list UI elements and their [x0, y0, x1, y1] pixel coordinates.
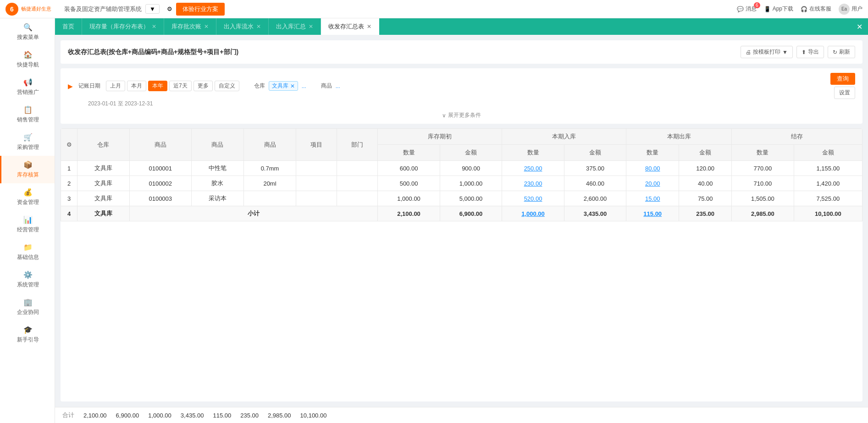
tab-inout-flow-close[interactable]: ✕: [256, 23, 261, 30]
filter-expand-arrow[interactable]: ▶: [68, 82, 73, 90]
chart-icon: 📊: [23, 215, 33, 224]
date-btn-this-year[interactable]: 本年: [148, 81, 167, 91]
search-icon: 🔍: [23, 23, 33, 32]
tab-batch-accounts[interactable]: 库存批次账 ✕: [164, 18, 216, 35]
sidebar-item-inventory-label: 库存核算: [17, 171, 39, 179]
product-more[interactable]: ...: [336, 83, 340, 89]
expand-more-btn[interactable]: ∨ 展开更多条件: [68, 111, 855, 119]
row1-spec: 0.7mm: [243, 161, 296, 176]
sidebar-item-finance-label: 资金管理: [17, 198, 39, 206]
system-title: 装备及固定资产辅助管理系统: [64, 5, 142, 13]
sidebar-item-basic-info-label: 基础信息: [17, 253, 39, 261]
table-row: 2 文具库 0100002 胶水 20ml 500.00 1,000.00 23…: [61, 176, 862, 191]
row3-out-qty[interactable]: 15.00: [626, 191, 679, 206]
table-row: 3 文具库 0100003 采访本 1,000.00 5,000.00 520.…: [61, 191, 862, 206]
tab-inout-summary-close[interactable]: ✕: [309, 23, 313, 30]
row2-in-qty[interactable]: 230.00: [502, 176, 564, 191]
sidebar-item-inventory[interactable]: 📦 库存核算: [0, 156, 55, 183]
subtotal-out-qty[interactable]: 115.00: [626, 206, 679, 221]
row1-name: 中性笔: [192, 161, 244, 176]
sidebar-item-search[interactable]: 🔍 搜索菜单: [0, 18, 55, 46]
row2-warehouse: 文具库: [77, 176, 130, 191]
sidebar-item-sales[interactable]: 📋 销售管理: [0, 101, 55, 128]
sidebar-item-system[interactable]: ⚙️ 系统管理: [0, 266, 55, 293]
th-balance: 结存: [732, 129, 862, 145]
filter-row-main: ▶ 记账日期 上月 本月 本年 近7天 更多 自定义 仓库 文具库: [68, 73, 855, 99]
footer-out-amt: 235.00: [240, 412, 259, 419]
online-service-label: 在线客服: [809, 5, 831, 13]
th-product-name: 商品: [192, 129, 244, 161]
home-icon: 🏠: [23, 50, 33, 59]
sidebar-item-guide-label: 新手引导: [17, 336, 39, 344]
sidebar-item-sales-label: 销售管理: [17, 116, 39, 124]
row2-open-qty: 500.00: [378, 176, 440, 191]
top-bar-right: 💬 消息 6 📱 App下载 🎧 在线客服 Ea 用户: [737, 4, 862, 15]
warehouse-more[interactable]: ...: [302, 83, 306, 89]
refresh-label: 刷新: [839, 48, 850, 56]
tab-bar-close-all[interactable]: ✕: [851, 22, 868, 31]
print-btn[interactable]: 🖨 按模板打印 ▼: [741, 46, 793, 58]
system-dropdown[interactable]: ▼: [145, 4, 160, 14]
row2-out-qty[interactable]: 20.00: [626, 176, 679, 191]
experience-btn[interactable]: 体验行业方案: [176, 3, 225, 16]
row3-in-qty[interactable]: 520.00: [502, 191, 564, 206]
sidebar-item-finance[interactable]: 💰 资金管理: [0, 183, 55, 211]
tab-stock-distribution-close[interactable]: ✕: [152, 23, 156, 30]
th-out-qty: 数量: [626, 145, 679, 161]
sidebar-item-operations[interactable]: 📊 经营管理: [0, 211, 55, 238]
subtotal-no: 4: [61, 206, 77, 221]
footer-label: 合计: [62, 411, 74, 419]
refresh-btn[interactable]: ↻ 刷新: [828, 46, 855, 58]
row3-code: 0100003: [129, 191, 192, 206]
app-download-item[interactable]: 📱 App下载: [764, 5, 793, 13]
row3-dept: [337, 191, 378, 206]
warehouse-tag-close[interactable]: ✕: [290, 83, 295, 89]
online-service-item[interactable]: 🎧 在线客服: [801, 5, 831, 13]
date-btn-last-month[interactable]: 上月: [106, 81, 125, 91]
sidebar-item-marketing[interactable]: 📢 营销推广: [0, 73, 55, 101]
row3-bal-amt: 7,525.00: [794, 191, 862, 206]
sidebar-item-enterprise[interactable]: 🏢 企业协同: [0, 293, 55, 321]
sidebar-item-purchase[interactable]: 🛒 采购管理: [0, 128, 55, 156]
row2-bal-qty: 710.00: [732, 176, 794, 191]
content-area: 首页 现存量（库存分布表） ✕ 库存批次账 ✕ 出入库流水 ✕ 出入库汇总 ✕ …: [55, 18, 868, 423]
user-item[interactable]: Ea 用户: [839, 4, 862, 15]
tab-receive-send-summary[interactable]: 收发存汇总表 ✕: [321, 18, 379, 35]
message-item[interactable]: 💬 消息 6: [737, 5, 757, 13]
tab-inout-summary[interactable]: 出入库汇总 ✕: [269, 18, 321, 35]
tab-inout-summary-label: 出入库汇总: [276, 22, 306, 31]
row1-in-qty[interactable]: 250.00: [502, 161, 564, 176]
export-icon: ⬆: [802, 49, 806, 55]
sidebar-item-quick-nav[interactable]: 🏠 快捷导航: [0, 46, 55, 73]
subtotal-in-qty[interactable]: 1,000.00: [502, 206, 564, 221]
date-btn-this-month[interactable]: 本月: [127, 81, 146, 91]
th-bal-amt: 金额: [794, 145, 862, 161]
query-btn[interactable]: 查询: [830, 73, 855, 85]
th-open-amt: 金额: [440, 145, 502, 161]
tab-batch-accounts-close[interactable]: ✕: [204, 23, 209, 30]
phone-icon: 📱: [764, 6, 771, 12]
tab-home[interactable]: 首页: [55, 18, 82, 35]
export-label: 导出: [808, 48, 819, 56]
tab-receive-send-summary-close[interactable]: ✕: [367, 23, 371, 30]
main-layout: 🔍 搜索菜单 🏠 快捷导航 📢 营销推广 📋 销售管理 🛒 采购管理 📦 库存核…: [0, 18, 868, 423]
row3-spec: [243, 191, 296, 206]
sidebar-item-guide[interactable]: 🎓 新手引导: [0, 321, 55, 348]
row1-open-amt: 900.00: [440, 161, 502, 176]
expand-down-icon: ∨: [442, 112, 446, 119]
set-btn[interactable]: 设置: [834, 87, 855, 99]
sidebar-item-basic-info[interactable]: 📁 基础信息: [0, 238, 55, 266]
date-btn-more[interactable]: 更多: [194, 81, 213, 91]
tab-inout-flow[interactable]: 出入库流水 ✕: [216, 18, 269, 35]
settings-icon[interactable]: ⚙: [167, 5, 172, 12]
export-btn[interactable]: ⬆ 导出: [796, 46, 824, 58]
row3-project: [296, 191, 337, 206]
tab-stock-distribution[interactable]: 现存量（库存分布表） ✕: [82, 18, 164, 35]
date-btn-7days[interactable]: 近7天: [169, 81, 192, 91]
date-btn-custom[interactable]: 自定义: [215, 81, 239, 91]
row1-out-qty[interactable]: 80.00: [626, 161, 679, 176]
table-container: ⚙ 仓库 商品 商品 商品 项目 部门 库存期初 本期入库 本期出库 结存: [61, 128, 862, 401]
table-settings-icon[interactable]: ⚙: [61, 129, 77, 161]
megaphone-icon: 📢: [23, 78, 33, 87]
row1-no: 1: [61, 161, 77, 176]
